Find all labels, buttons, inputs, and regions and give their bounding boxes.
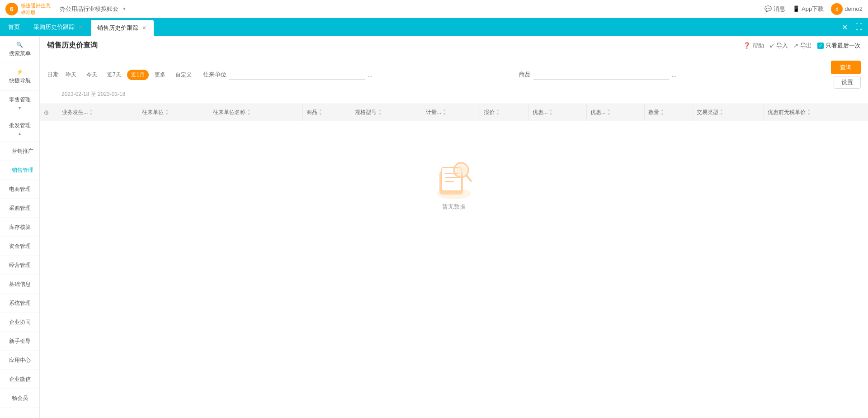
message-btn[interactable]: 💬 消息 (764, 5, 785, 13)
sort-arrows-pretax-price: ▲ ▼ (807, 109, 811, 116)
sort-arrows-goods: ▲ ▼ (319, 109, 322, 116)
import-btn[interactable]: ↙ 导入 (769, 42, 788, 50)
th-discount2[interactable]: 优惠... ▲ ▼ (586, 104, 644, 121)
filter-right-buttons: 查询 设置 (831, 61, 861, 89)
last-only-checkbox-wrapper[interactable]: ✓ 只看最后一次 (817, 42, 861, 50)
th-business-date[interactable]: 业务发生... ▲ ▼ (58, 104, 138, 121)
table-header-row: ⚙ 业务发生... ▲ ▼ (40, 104, 868, 121)
sidebar-item-marketing[interactable]: 营销推广 (0, 142, 39, 161)
date-btn-7days[interactable]: 近7天 (103, 70, 125, 80)
sidebar-item-inventory[interactable]: 库存核算 (0, 218, 39, 237)
sidebar-item-collaboration[interactable]: 企业协同 (0, 313, 39, 332)
sidebar-item-new-guide[interactable]: 新手引导 (0, 332, 39, 351)
page-title: 销售历史价查询 (47, 41, 98, 50)
partner-label: 往来单位 (203, 71, 226, 79)
quick-nav-icon: ⚡ (16, 69, 23, 75)
search-menu-icon: 🔍 (16, 42, 23, 48)
help-btn[interactable]: ❓ 帮助 (743, 42, 764, 50)
export-btn[interactable]: ↗ 导出 (793, 42, 812, 50)
date-btn-custom[interactable]: 自定义 (171, 70, 196, 80)
sidebar-item-vip[interactable]: 畅会员 (0, 389, 39, 408)
th-settings[interactable]: ⚙ (40, 104, 58, 121)
tab-close-purchase[interactable]: ✕ (77, 23, 84, 31)
content-area: 销售历史价查询 ❓ 帮助 ↙ 导入 ↗ 导出 ✓ 只看最后一次 (40, 36, 868, 418)
sidebar-item-retail[interactable]: 零售管理 ▼ (0, 90, 39, 116)
close-window-icon[interactable]: ✕ (839, 22, 850, 33)
help-icon: ❓ (743, 42, 750, 49)
sort-up-icon: ▲ (90, 109, 93, 112)
date-btn-1month[interactable]: 近1月 (127, 70, 149, 80)
th-partner-name[interactable]: 往来单位名称 ▲ ▼ (209, 104, 303, 121)
query-button[interactable]: 查询 (831, 61, 861, 74)
date-range-display: 2023-02-18 至 2023-03-18 (61, 90, 861, 98)
message-icon: 💬 (764, 5, 772, 12)
sidebar-item-sales[interactable]: 销售管理 (0, 161, 39, 180)
main-layout: 🔍 搜索菜单 ⚡ 快捷导航 零售管理 ▼ 批发管理 ▲ 营销推广 销售管理 电商… (0, 36, 868, 418)
sidebar-item-app-center[interactable]: 应用中心 (0, 351, 39, 370)
sort-arrows-discount2: ▲ ▼ (607, 109, 611, 116)
date-label: 日期 (47, 71, 59, 79)
retail-arrow-icon: ▼ (18, 105, 22, 110)
wholesale-arrow-icon: ▲ (18, 131, 22, 136)
tab-close-sales[interactable]: ✕ (141, 24, 147, 32)
th-unit[interactable]: 计量... ▲ ▼ (422, 104, 480, 121)
settings-button[interactable]: 设置 (834, 76, 861, 89)
top-bar-right: 💬 消息 📱 App下载 d demo2 (764, 3, 863, 15)
filter-area: 日期 昨天 今天 近7天 近1月 更多 自定义 往来单位 ... (40, 55, 868, 104)
empty-illustration (431, 157, 476, 203)
th-spec[interactable]: 规格型号 ▲ ▼ (351, 104, 422, 121)
date-btn-today[interactable]: 今天 (82, 70, 101, 80)
th-partner-code[interactable]: 往来单位 ▲ ▼ (138, 104, 209, 121)
goods-input[interactable] (533, 70, 669, 80)
export-icon: ↗ (793, 42, 798, 49)
sidebar-item-system[interactable]: 系统管理 (0, 294, 39, 313)
empty-state: 暂无数据 (40, 121, 868, 247)
sort-arrows-spec: ▲ ▼ (378, 109, 382, 116)
app-download-btn[interactable]: 📱 App下载 (793, 5, 824, 13)
sidebar-item-operations[interactable]: 经营管理 (0, 256, 39, 275)
sort-arrows-trade-type: ▲ ▼ (720, 109, 723, 116)
filter-row: 日期 昨天 今天 近7天 近1月 更多 自定义 往来单位 ... (47, 61, 861, 89)
sidebar-item-search[interactable]: 🔍 搜索菜单 (0, 36, 39, 63)
partner-input[interactable] (229, 70, 365, 80)
sidebar-item-wechat[interactable]: 企业微信 (0, 370, 39, 389)
import-icon: ↙ (769, 42, 774, 49)
sort-arrows-unit: ▲ ▼ (443, 109, 446, 116)
tab-bar-actions: ✕ ⛶ (839, 22, 864, 33)
empty-icon-svg (431, 157, 476, 203)
sidebar-item-finance[interactable]: 资金管理 (0, 237, 39, 256)
sidebar-item-quick-nav[interactable]: ⚡ 快捷导航 (0, 63, 39, 90)
tab-sales-history[interactable]: 销售历史价跟踪 ✕ (91, 20, 154, 36)
tab-home[interactable]: 首页 (2, 19, 26, 35)
user-area[interactable]: d demo2 (831, 3, 863, 15)
table-container: ⚙ 业务发生... ▲ ▼ (40, 104, 868, 418)
th-quote[interactable]: 报价 ▲ ▼ (480, 104, 528, 121)
sidebar-item-purchase[interactable]: 采购管理 (0, 199, 39, 218)
column-settings-icon[interactable]: ⚙ (43, 109, 49, 116)
sidebar-item-wholesale[interactable]: 批发管理 ▲ (0, 116, 39, 142)
partner-filter-field: 往来单位 ... (203, 70, 508, 80)
title-dropdown-icon[interactable]: ▼ (122, 6, 127, 11)
page-actions: ❓ 帮助 ↙ 导入 ↗ 导出 ✓ 只看最后一次 (743, 42, 861, 50)
sort-arrows-partner-code: ▲ ▼ (165, 109, 169, 116)
th-trade-type[interactable]: 交易类型 ▲ ▼ (693, 104, 764, 121)
th-pretax-price[interactable]: 优惠前无税单价 ▲ ▼ (764, 104, 868, 121)
last-only-checkbox[interactable]: ✓ (817, 43, 824, 49)
date-btn-more[interactable]: 更多 (151, 70, 170, 80)
sidebar-item-ecommerce[interactable]: 电商管理 (0, 180, 39, 199)
logo-text: 畅捷通好生意 标准版 (21, 2, 51, 15)
sort-arrows-partner-name: ▲ ▼ (247, 109, 250, 116)
th-goods[interactable]: 商品 ▲ ▼ (302, 104, 351, 121)
th-discount1[interactable]: 优惠... ▲ ▼ (528, 104, 586, 121)
maximize-window-icon[interactable]: ⛶ (854, 22, 864, 33)
sort-arrows-discount1: ▲ ▼ (549, 109, 553, 116)
sidebar-item-basic-info[interactable]: 基础信息 (0, 275, 39, 294)
tab-purchase-history[interactable]: 采购历史价跟踪 ✕ (27, 19, 90, 35)
sort-arrows-quote: ▲ ▼ (496, 109, 500, 116)
svg-line-7 (466, 175, 471, 181)
th-quantity[interactable]: 数量 ▲ ▼ (644, 104, 693, 121)
app-title: 办公用品行业模拟账套 (60, 5, 118, 13)
download-icon: 📱 (793, 5, 800, 12)
goods-label: 商品 (519, 71, 531, 79)
date-btn-yesterday[interactable]: 昨天 (61, 70, 80, 80)
